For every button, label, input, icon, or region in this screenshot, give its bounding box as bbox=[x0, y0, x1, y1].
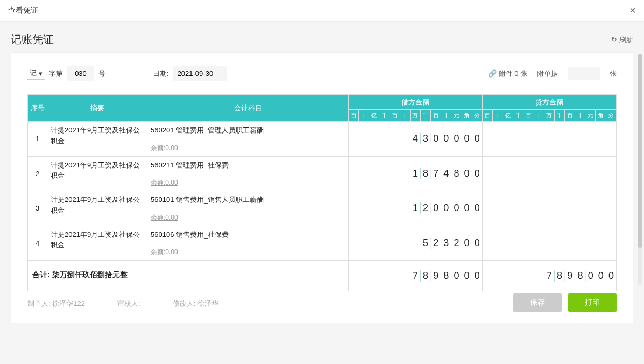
panel: 记 ▾ 字第 号 日期: 🔗 附件 0 张 附单据 张 bbox=[11, 52, 633, 323]
button-row: 保存 打印 bbox=[27, 293, 617, 312]
credit-digit-3: 千 bbox=[513, 110, 523, 122]
amount-cell[interactable] bbox=[482, 226, 616, 261]
attachment-link[interactable]: 🔗 附件 0 张 bbox=[488, 69, 527, 79]
debit-digit-0: 百 bbox=[349, 110, 359, 122]
modifier-info: 修改人: 徐泽华 bbox=[173, 299, 218, 309]
debit-digit-4: 百 bbox=[390, 110, 400, 122]
credit-digit-5: 十 bbox=[534, 110, 544, 122]
form-row: 记 ▾ 字第 号 日期: 🔗 附件 0 张 附单据 张 bbox=[27, 66, 617, 81]
debit-digit-10: 元 bbox=[451, 110, 462, 122]
subtitle-row: 记账凭证 ↻ 刷新 bbox=[11, 32, 633, 47]
zidi-label: 字第 bbox=[49, 69, 63, 79]
debit-digit-8: 百 bbox=[431, 110, 441, 122]
credit-digit-6: 万 bbox=[544, 110, 554, 122]
debit-digit-2: 亿 bbox=[369, 110, 379, 122]
row-summary[interactable]: 计提2021年9月工资及社保公积金 bbox=[47, 156, 147, 191]
titlebar: 查看凭证 × bbox=[0, 0, 644, 22]
voucher-number-input[interactable] bbox=[67, 66, 94, 81]
total-label: 合计: 柒万捌仟玖佰捌拾元整 bbox=[28, 261, 349, 291]
table-row: 1计提2021年9月工资及社保公积金560201 管理费用_管理人员职工薪酬余额… bbox=[28, 122, 617, 157]
window-title: 查看凭证 bbox=[8, 6, 38, 16]
row-summary[interactable]: 计提2021年9月工资及社保公积金 bbox=[47, 226, 147, 261]
date-label: 日期: bbox=[153, 69, 169, 79]
print-button[interactable]: 打印 bbox=[568, 293, 617, 312]
amount-cell[interactable]: 4300000 bbox=[349, 122, 483, 157]
table-row: 4计提2021年9月工资及社保公积金560106 销售费用_社保费余额:0.00… bbox=[28, 226, 617, 261]
close-icon[interactable]: × bbox=[629, 4, 636, 17]
debit-digit-7: 千 bbox=[420, 110, 430, 122]
attachment-label: 附件 0 张 bbox=[499, 69, 527, 79]
col-summary: 摘要 bbox=[47, 95, 147, 122]
row-account[interactable]: 560211 管理费用_社保费余额:0.00 bbox=[147, 156, 349, 191]
credit-digit-8: 百 bbox=[564, 110, 575, 122]
table-row: 2计提2021年9月工资及社保公积金560211 管理费用_社保费余额:0.00… bbox=[28, 156, 617, 191]
attachment-group: 🔗 附件 0 张 附单据 张 bbox=[488, 67, 617, 80]
credit-digit-1: 十 bbox=[492, 110, 503, 122]
amount-cell[interactable] bbox=[482, 122, 616, 157]
row-account[interactable]: 560201 管理费用_管理人员职工薪酬余额:0.00 bbox=[147, 122, 349, 157]
debit-digit-1: 十 bbox=[359, 110, 369, 122]
table-header: 序号 摘要 会计科目 借方金额 贷方金额 百十亿千百十万千百十元角分百十亿千百十… bbox=[28, 95, 617, 122]
auditor-info: 审核人: bbox=[117, 299, 140, 309]
col-account: 会计科目 bbox=[147, 95, 349, 122]
content: 记账凭证 ↻ 刷新 记 ▾ 字第 号 日期: 🔗 bbox=[0, 22, 644, 364]
debit-digit-9: 十 bbox=[441, 110, 451, 122]
table-body: 1计提2021年9月工资及社保公积金560201 管理费用_管理人员职工薪酬余额… bbox=[28, 122, 617, 291]
voucher-type-select[interactable]: 记 ▾ bbox=[27, 67, 45, 80]
col-seq: 序号 bbox=[28, 95, 47, 122]
credit-digit-0: 百 bbox=[482, 110, 492, 122]
row-summary[interactable]: 计提2021年9月工资及社保公积金 bbox=[47, 122, 147, 157]
amount-cell[interactable] bbox=[482, 191, 616, 226]
save-button[interactable]: 保存 bbox=[513, 293, 562, 312]
debit-digit-5: 十 bbox=[400, 110, 410, 122]
credit-digit-2: 亿 bbox=[503, 110, 513, 122]
voucher-type-label: 记 bbox=[30, 68, 37, 78]
attach-doc-count-input[interactable] bbox=[568, 67, 600, 80]
row-summary[interactable]: 计提2021年9月工资及社保公积金 bbox=[47, 191, 147, 226]
col-debit: 借方金额 bbox=[349, 95, 483, 110]
row-seq: 3 bbox=[28, 191, 47, 226]
attach-doc-label: 附单据 bbox=[537, 69, 558, 79]
credit-digit-12: 分 bbox=[606, 110, 616, 122]
refresh-label: 刷新 bbox=[619, 35, 633, 45]
debit-digit-12: 分 bbox=[472, 110, 482, 122]
attach-doc-unit: 张 bbox=[610, 69, 617, 79]
amount-cell[interactable]: 1874800 bbox=[349, 156, 483, 191]
debit-digit-6: 万 bbox=[410, 110, 420, 122]
row-seq: 4 bbox=[28, 226, 47, 261]
hao-label: 号 bbox=[98, 69, 105, 79]
page-title: 记账凭证 bbox=[11, 32, 54, 47]
amount-cell[interactable]: 7898000 bbox=[349, 261, 483, 291]
row-account[interactable]: 560101 销售费用_销售人员职工薪酬余额:0.00 bbox=[147, 191, 349, 226]
credit-digit-4: 百 bbox=[523, 110, 534, 122]
credit-digit-11: 角 bbox=[596, 110, 606, 122]
credit-digit-7: 千 bbox=[554, 110, 564, 122]
amount-cell[interactable]: 1200000 bbox=[349, 191, 483, 226]
row-seq: 2 bbox=[28, 156, 47, 191]
amount-cell[interactable]: 523200 bbox=[349, 226, 483, 261]
total-row: 合计: 柒万捌仟玖佰捌拾元整78980007898000 bbox=[28, 261, 617, 291]
credit-digit-9: 十 bbox=[575, 110, 585, 122]
refresh-button[interactable]: ↻ 刷新 bbox=[611, 35, 633, 45]
debit-digit-11: 角 bbox=[462, 110, 472, 122]
amount-cell[interactable]: 7898000 bbox=[482, 261, 616, 291]
voucher-table: 序号 摘要 会计科目 借方金额 贷方金额 百十亿千百十万千百十元角分百十亿千百十… bbox=[27, 94, 617, 291]
window: 查看凭证 × 记账凭证 ↻ 刷新 记 ▾ 字第 号 日期: bbox=[0, 0, 644, 364]
row-seq: 1 bbox=[28, 122, 47, 157]
row-account[interactable]: 560106 销售费用_社保费余额:0.00 bbox=[147, 226, 349, 261]
credit-digit-10: 元 bbox=[585, 110, 596, 122]
table-row: 3计提2021年9月工资及社保公积金560101 销售费用_销售人员职工薪酬余额… bbox=[28, 191, 617, 226]
col-credit: 贷方金额 bbox=[482, 95, 616, 110]
debit-digit-3: 千 bbox=[379, 110, 390, 122]
scrollbar-thumb[interactable] bbox=[638, 54, 642, 248]
paperclip-icon: 🔗 bbox=[488, 69, 497, 78]
refresh-icon: ↻ bbox=[611, 36, 617, 44]
chevron-down-icon: ▾ bbox=[39, 69, 43, 78]
maker-info: 制单人: 徐泽华122 bbox=[27, 299, 85, 309]
amount-cell[interactable] bbox=[482, 156, 616, 191]
date-input[interactable] bbox=[173, 66, 227, 81]
